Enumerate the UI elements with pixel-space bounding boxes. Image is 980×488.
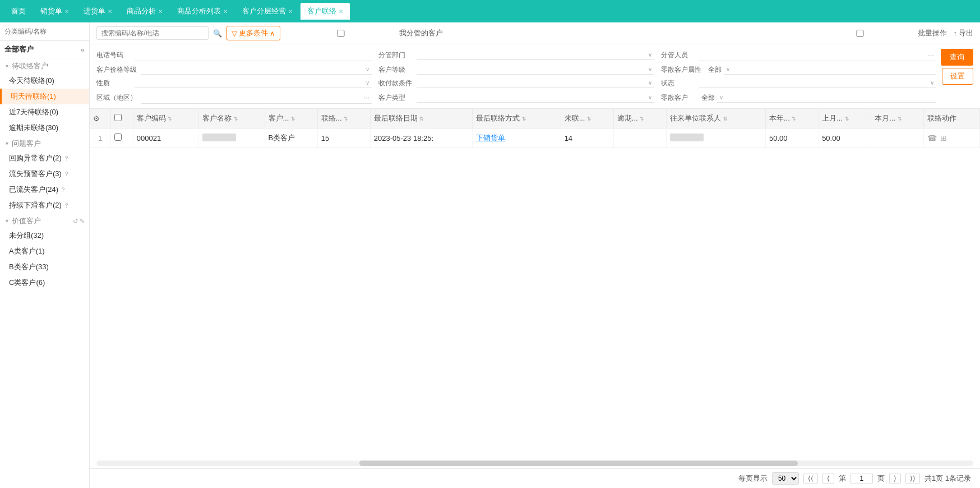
scatter-customer-select[interactable]: ∨ (717, 93, 936, 103)
sidebar-search-input[interactable] (4, 27, 89, 35)
all-customers-header[interactable]: 全部客户 « (0, 41, 89, 58)
sidebar-item-ungrouped[interactable]: 未分组(32) (0, 228, 89, 243)
sidebar-item-week7[interactable]: 近7天待联络(0) (0, 104, 89, 120)
export-btn[interactable]: ↑ 导出 (954, 28, 974, 38)
sort-name-icon[interactable]: ⇅ (234, 116, 238, 122)
sort-this-month-icon[interactable]: ⇅ (898, 116, 902, 122)
nav-goods-close[interactable]: ✕ (158, 8, 163, 15)
sidebar-item-churn-warn[interactable]: 流失预警客户(3) ？ (0, 166, 89, 182)
today-label: 今天待联络(0) (9, 76, 54, 85)
row-contact-count: 15 (317, 128, 370, 148)
action-grid-icon[interactable]: ⊞ (940, 133, 947, 142)
sort-last-month-icon[interactable]: ⇅ (845, 116, 849, 122)
my-customers-checkbox[interactable] (285, 30, 397, 37)
more-conditions-btn[interactable]: ▽ 更多条件 ∧ (226, 26, 280, 40)
sort-last-method-icon[interactable]: ⇅ (522, 116, 526, 122)
nav-home[interactable]: 首页 (4, 3, 33, 20)
sidebar-item-today[interactable]: 今天待联络(0) (0, 73, 89, 89)
per-page-label: 每页显示 (738, 473, 768, 484)
collapse-btn[interactable]: « (81, 45, 85, 54)
prev-page-btn[interactable]: ⟨ (822, 473, 834, 484)
nav-goods-analysis[interactable]: 商品分析 ✕ (120, 3, 169, 20)
customer-type-select[interactable]: ∨ (417, 93, 654, 103)
status-chevron-icon: ∨ (930, 80, 934, 86)
nav-goods-list-close[interactable]: ✕ (223, 8, 228, 15)
col-settings[interactable]: ⚙ (90, 109, 111, 128)
row-last-method[interactable]: 下销货单 (473, 128, 561, 148)
scatter-attr-select[interactable]: ∨ (724, 65, 936, 75)
search-input[interactable] (96, 26, 209, 40)
dept-select[interactable]: ∨ (417, 50, 654, 60)
nav-purchase-order[interactable]: 进货单 ✕ (77, 3, 119, 20)
query-button[interactable]: 查询 (941, 49, 973, 66)
sidebar-item-grade-a[interactable]: A类客户(1) (0, 243, 89, 259)
search-icon[interactable]: 🔍 (213, 29, 222, 38)
sort-this-year-icon[interactable]: ⇅ (792, 116, 796, 122)
price-grade-select[interactable]: ∨ (141, 65, 372, 75)
last-page-btn[interactable]: ⟩⟩ (905, 473, 920, 484)
sidebar-item-overdue[interactable]: 逾期未联络(30) (0, 120, 89, 136)
sidebar-item-tomorrow[interactable]: 明天待联络(1) (0, 89, 89, 104)
next-page-btn[interactable]: ⟩ (889, 473, 901, 484)
select-all-checkbox[interactable] (114, 114, 122, 121)
nav-goods-analysis-list[interactable]: 商品分析列表 ✕ (170, 3, 234, 20)
col-checkbox[interactable] (111, 109, 133, 128)
payment-chevron-icon: ∨ (648, 80, 652, 86)
churned-label: 已流失客户(24) (9, 185, 58, 194)
payment-select[interactable]: ∨ (417, 78, 654, 88)
nav-home-label: 首页 (11, 6, 26, 16)
sidebar-item-grade-b[interactable]: B类客户(33) (0, 259, 89, 275)
problem-triangle: ▼ (4, 141, 10, 146)
value-triangle: ▼ (4, 218, 10, 224)
phone-input[interactable] (135, 49, 372, 61)
customer-grade-label: 客户等级 (378, 65, 412, 75)
nature-select[interactable]: ∨ (135, 78, 372, 88)
sidebar-item-repurchase[interactable]: 回购异常客户(2) ？ (0, 150, 89, 166)
sidebar-item-declining[interactable]: 持续下滑客户(2) ？ (0, 197, 89, 213)
sidebar-search-area: 🔍 (0, 22, 89, 41)
nav-sales-order[interactable]: 销货单 ✕ (34, 3, 76, 20)
col-last-month: 上月... ⇅ (819, 109, 871, 128)
horizontal-scrollbar[interactable] (96, 461, 973, 466)
sort-overdue-icon[interactable]: ⇅ (640, 116, 644, 122)
batch-op-btn[interactable]: 批量操作 (804, 28, 947, 38)
nav-contact-close[interactable]: ✕ (339, 8, 343, 15)
row-checkbox[interactable] (111, 128, 133, 148)
scrollbar-thumb[interactable] (359, 461, 798, 466)
sort-not-contacted-icon[interactable]: ⇅ (587, 116, 591, 122)
sidebar-item-churned[interactable]: 已流失客户(24) ？ (0, 182, 89, 197)
problem-group-label: 问题客户 (12, 139, 41, 149)
sort-contact-person-icon[interactable]: ⇅ (723, 116, 728, 122)
chevron-up-icon: ∧ (270, 29, 275, 38)
nav-customer-tier[interactable]: 客户分层经营 ✕ (235, 3, 299, 20)
manager-dots[interactable]: ··· (699, 49, 936, 61)
total-label: 共1页 1条记录 (924, 473, 971, 484)
sort-code-icon[interactable]: ⇅ (168, 116, 172, 122)
row-select-checkbox[interactable] (114, 133, 122, 141)
sort-last-date-icon[interactable]: ⇅ (419, 116, 424, 122)
nav-sales-close[interactable]: ✕ (64, 8, 69, 15)
customer-grade-select[interactable]: ∨ (417, 65, 654, 75)
problem-group-title: ▼ 问题客户 (0, 136, 89, 150)
action-phone-icon[interactable]: ☎ (927, 133, 937, 142)
region-dots[interactable]: ··· (141, 91, 372, 104)
sort-type-icon[interactable]: ⇅ (291, 116, 295, 122)
batch-checkbox[interactable] (804, 30, 916, 37)
sidebar: 🔍 全部客户 « ▼ 待联络客户 今天待联络(0) 明天待联络(1) 近7天待联… (0, 22, 90, 488)
page-input[interactable] (850, 473, 873, 484)
sidebar-item-grade-c[interactable]: C类客户(6) (0, 275, 89, 291)
nav-tier-close[interactable]: ✕ (288, 8, 293, 15)
batch-op-label: 批量操作 (918, 28, 947, 38)
filter-actions: 查询 设置 (941, 49, 973, 104)
status-label: 状态 (661, 79, 695, 88)
setting-button[interactable]: 设置 (942, 68, 973, 85)
sort-contact-icon[interactable]: ⇅ (344, 116, 348, 122)
status-select[interactable]: ∨ (699, 78, 936, 88)
page-size-select[interactable]: 50 (772, 472, 799, 485)
scatter-attr-chevron-icon: ∨ (726, 66, 730, 72)
nav-customer-contact[interactable]: 客户联络 ✕ (301, 3, 350, 20)
nav-purchase-label: 进货单 (84, 6, 105, 16)
first-page-btn[interactable]: ⟨⟨ (803, 473, 818, 484)
col-this-year: 本年... ⇅ (765, 109, 818, 128)
nav-purchase-close[interactable]: ✕ (108, 8, 112, 15)
